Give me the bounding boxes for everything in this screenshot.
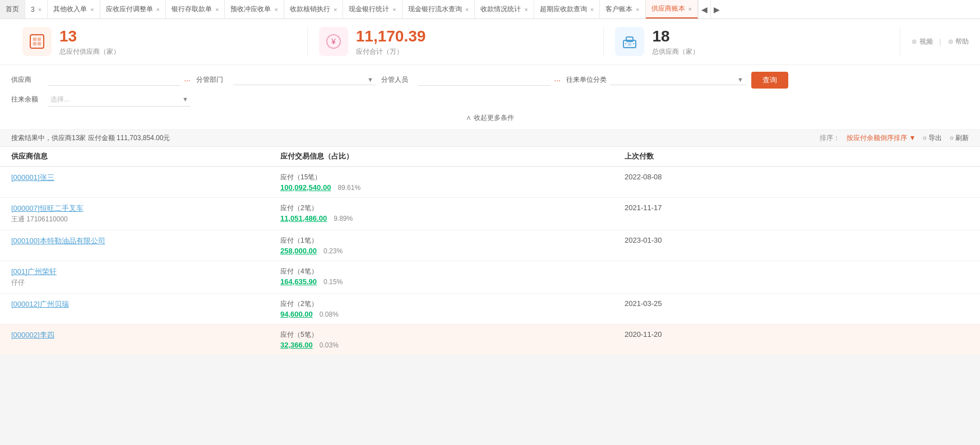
nav-prev-arrow[interactable]: ◀ (698, 0, 710, 18)
nav-tab-bank-label: 银行存取款单 (172, 4, 212, 14)
supplier-link-5[interactable]: [000012]广州贝瑞 (11, 300, 69, 308)
close-icon[interactable]: × (38, 6, 41, 13)
close-icon[interactable]: × (688, 6, 692, 12)
summary-card-total-suppliers: 18 总供应商（家） (604, 27, 900, 57)
nav-tab-3[interactable]: 3 × (25, 0, 48, 18)
payable-total-label: 应付合计（万） (356, 47, 426, 57)
table-row: [000007]恒旺二手叉车 王通 17106110000 应付（2笔） 11,… (0, 198, 980, 230)
nav-next-arrow[interactable]: ▶ (710, 0, 723, 18)
top-navigation: 首页 3 × 其他收入单 × 应收应付调整单 × 银行存取款单 × 预收冲应收单… (0, 0, 980, 19)
close-icon[interactable]: × (590, 6, 594, 13)
last-pay-cell-5: 2021-03-25 (625, 299, 969, 308)
nav-tab-supplier-book[interactable]: 供应商账本 × (646, 0, 698, 18)
nav-tab-receipt-stat[interactable]: 收款情况统计 × (475, 0, 534, 18)
filter-balance: 往来余额 选择... ▼ (11, 93, 191, 106)
svg-rect-0 (30, 35, 44, 48)
balance-filter-label: 往来余额 (11, 95, 45, 104)
supplier-link-6[interactable]: [000002]李四 (11, 331, 54, 339)
dept-chevron-down-icon: ▼ (367, 76, 373, 83)
nav-tab-verify[interactable]: 收款核销执行 × (284, 0, 343, 18)
nav-tab-bank[interactable]: 银行存取款单 × (166, 0, 225, 18)
help-links: ⊙ 视频 | ⊙ 帮助 (900, 37, 969, 47)
action-buttons: ○ 导出 ○ 刷新 (923, 133, 969, 143)
payable-suppliers-label: 总应付供应商（家） (59, 47, 120, 57)
supplier-cell-4: [001]广州荣轩 仔仔 (11, 267, 280, 288)
person-filter-input[interactable] (418, 74, 551, 86)
category-filter-select[interactable]: ▼ (610, 75, 746, 85)
supplier-link-3[interactable]: [000100]本特勒油品有限公司 (11, 237, 105, 245)
category-filter-label: 往来单位分类 (566, 75, 607, 85)
svg-rect-3 (33, 42, 36, 45)
supplier-filter-dots[interactable]: ··· (184, 76, 191, 85)
payable-suppliers-icon (22, 27, 52, 56)
nav-tab-home[interactable]: 首页 (0, 0, 25, 18)
trans-amount-link-5[interactable]: 94,600.00 (280, 310, 313, 318)
trans-amount-link-2[interactable]: 11,051,486.00 (280, 214, 327, 222)
trans-amount-link-4[interactable]: 164,635.90 (280, 277, 317, 286)
close-icon[interactable]: × (90, 6, 94, 13)
supplier-cell-1: [000001]张三 (11, 173, 280, 183)
close-icon[interactable]: × (334, 6, 337, 13)
refresh-icon: ○ (950, 134, 954, 142)
supplier-link-4[interactable]: [001]广州荣轩 (11, 267, 57, 276)
nav-tab-cash-stat-label: 现金银行统计 (349, 4, 389, 14)
trans-amount-link-6[interactable]: 32,366.00 (280, 341, 313, 349)
supplier-cell-2: [000007]恒旺二手叉车 王通 17106110000 (11, 203, 280, 224)
supplier-link-1[interactable]: [000001]张三 (11, 173, 54, 182)
col-trans-info: 应付交易信息（占比） (280, 151, 625, 161)
close-icon[interactable]: × (274, 6, 278, 13)
video-link[interactable]: ⊙ 视频 (912, 37, 932, 47)
person-filter-dots[interactable]: ··· (554, 76, 561, 85)
filter-category: 往来单位分类 ▼ (566, 75, 746, 85)
col-last-pay: 上次付数 (625, 151, 969, 161)
dept-filter-select[interactable]: ▼ (233, 75, 376, 85)
help-link[interactable]: ⊙ 帮助 (948, 37, 969, 47)
trans-amount-link-3[interactable]: 258,000.00 (280, 247, 317, 255)
close-icon[interactable]: × (636, 6, 639, 13)
nav-tab-overdue[interactable]: 超期应收款查询 × (534, 0, 600, 18)
nav-tab-adjust[interactable]: 应收应付调整单 × (100, 0, 166, 18)
supplier-table: 供应商信息 应付交易信息（占比） 上次付数 [000001]张三 应付（15笔）… (0, 147, 980, 355)
nav-tab-prepay-label: 预收冲应收单 (230, 4, 271, 14)
trans-cell-1: 应付（15笔） 100,092,540.00 89.61% (280, 173, 625, 192)
nav-tab-other-income[interactable]: 其他收入单 × (48, 0, 100, 18)
filter-dept: 分管部门 ▼ (196, 75, 376, 85)
balance-filter-select[interactable]: 选择... ▼ (48, 93, 191, 106)
filter-person: 分管人员 ··· (381, 74, 561, 86)
refresh-button[interactable]: ○ 刷新 (950, 133, 969, 143)
balance-chevron-down-icon: ▼ (182, 96, 188, 103)
summary-section: 13 总应付供应商（家） ¥ 11,170.39 应付合计（万） (0, 19, 980, 65)
sort-button[interactable]: 按应付余额倒序排序 ▼ (847, 133, 916, 143)
close-icon[interactable]: × (524, 6, 528, 13)
result-bar: 搜索结果中，供应商13家 应付金额 111,703,854.00元 排序： 按应… (0, 130, 980, 147)
payable-suppliers-value: 13 (59, 27, 120, 46)
supplier-cell-6: [000002]李四 (11, 330, 280, 340)
category-chevron-down-icon: ▼ (737, 76, 743, 83)
nav-tab-overdue-label: 超期应收款查询 (540, 4, 587, 14)
nav-tab-customer-book-label: 客户账本 (605, 4, 632, 14)
close-icon[interactable]: × (215, 6, 219, 13)
svg-rect-9 (628, 43, 631, 46)
result-summary-text: 搜索结果中，供应商13家 应付金额 111,703,854.00元 (11, 133, 170, 143)
trans-amount-link-1[interactable]: 100,092,540.00 (280, 183, 331, 192)
close-icon[interactable]: × (465, 6, 469, 13)
payable-total-icon: ¥ (319, 27, 348, 56)
nav-tab-prepay[interactable]: 预收冲应收单 × (225, 0, 284, 18)
nav-tab-cash-flow[interactable]: 现金银行流水查询 × (403, 0, 475, 18)
close-icon[interactable]: × (392, 6, 396, 13)
nav-tab-customer-book[interactable]: 客户账本 × (600, 0, 645, 18)
table-row: [000001]张三 应付（15笔） 100,092,540.00 89.61%… (0, 167, 980, 198)
supplier-filter-input[interactable] (48, 74, 181, 86)
trans-cell-3: 应付（1笔） 258,000.00 0.23% (280, 236, 625, 255)
filter-collapse-button[interactable]: ∧ 收起更多条件 (11, 111, 969, 125)
query-button[interactable]: 查询 (751, 72, 788, 89)
total-suppliers-value: 18 (652, 27, 699, 46)
nav-tab-supplier-book-label: 供应商账本 (651, 4, 685, 13)
person-filter-label: 分管人员 (381, 75, 415, 85)
export-button[interactable]: ○ 导出 (923, 133, 942, 143)
svg-rect-2 (38, 38, 41, 41)
supplier-link-2[interactable]: [000007]恒旺二手叉车 (11, 204, 84, 212)
close-icon[interactable]: × (156, 6, 160, 13)
table-row: [000100]本特勒油品有限公司 应付（1笔） 258,000.00 0.23… (0, 230, 980, 261)
nav-tab-cash-stat[interactable]: 现金银行统计 × (343, 0, 402, 18)
